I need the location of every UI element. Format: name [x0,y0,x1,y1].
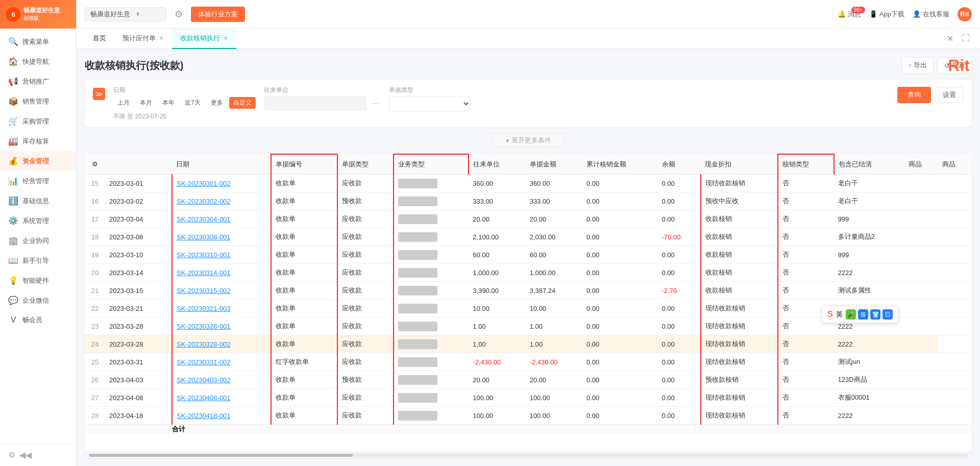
service-icon: 👤 [913,10,921,18]
cell-verified: 1.00 [526,335,582,353]
cell-doc-no[interactable]: SK-20230328-002 [172,335,271,353]
tab-prepay-orders[interactable]: 预计应付单 ✕ [114,29,172,49]
table-row[interactable]: 17 2023-03-04 SK-20230304-001 收款单 应收款 ██… [85,210,972,228]
online-service-button[interactable]: 👤 在线客服 [913,10,949,19]
sidebar-item-search[interactable]: 🔍 搜索菜单 [0,32,76,52]
sidebar-item-purchase[interactable]: 🛒 采购管理 [0,111,76,131]
query-button[interactable]: 查询 [897,87,931,103]
sidebar-settings-icon[interactable]: ⚙ [8,450,15,460]
table-row[interactable]: 15 2023-03-01 SK-20230301-002 收款单 应收款 ██… [85,175,972,192]
date-tab-7days[interactable]: 近7天 [181,96,205,109]
cell-doc-no[interactable]: SK-20230302-002 [172,192,271,210]
sidebar-item-quick-nav[interactable]: 🏠 快捷导航 [0,52,76,71]
tab-expand-icon[interactable]: ⛶ [960,32,972,45]
sidebar-item-inventory[interactable]: 🏭 库存核算 [0,131,76,151]
table-row[interactable]: 19 2023-03-10 SK-20230310-001 收款单 应收款 ██… [85,246,972,264]
inventory-icon: 🏭 [8,136,18,146]
cell-doc-no[interactable]: SK-20230403-002 [172,371,271,389]
col-cash-discount[interactable]: 现金折扣 [701,154,778,175]
table-row[interactable]: 22 2023-03-21 SK-20230321-003 收款单 应收款 ██… [85,300,972,317]
col-goods[interactable]: 商品 [904,154,938,175]
cell-doc-no[interactable]: SK-20230321-003 [172,300,271,317]
sidebar-item-system[interactable]: ⚙️ 系统管理 [0,211,76,231]
table-scroll[interactable]: ⚙ 日期 单据编号 单据类型 业务类型 往来单位 单据金额 累计核销金额 余额 … [85,154,972,452]
table-row[interactable]: 20 2023-03-14 SK-20230314-001 收款单 应收款 ██… [85,264,972,282]
sidebar-bottom: ⚙ ◀◀ [0,444,76,466]
setting-button[interactable]: 设置 [935,87,964,103]
date-tab-custom[interactable]: 自定义 [229,97,256,109]
workspace-selector[interactable]: 畅康道好生意 ▼ [85,7,166,21]
col-biz-type[interactable]: 业务类型 [394,154,469,175]
col-verified[interactable]: 累计核销金额 [582,154,658,175]
cell-doc-no[interactable]: SK-20230301-002 [172,175,271,192]
sidebar-item-operation[interactable]: 📊 经营管理 [0,171,76,191]
cell-doc-no[interactable]: SK-20230308-001 [172,228,271,246]
expand-more-button[interactable]: ▾ 展开更多条件 [493,133,564,148]
app-download-button[interactable]: 📱 App下载 [869,10,904,19]
solution-button[interactable]: 体验行业方案 [191,7,245,22]
col-date[interactable]: 日期 [172,154,271,175]
sidebar-item-member[interactable]: V 畅会员 [0,310,76,330]
table-row[interactable]: 21 2023-03-15 SK-20230315-002 收款单 应收款 ██… [85,282,972,300]
sidebar-item-sales[interactable]: 📦 销售管理 [0,91,76,111]
doc-type-select[interactable] [389,96,471,111]
col-settings[interactable]: ⚙ [85,154,105,175]
cell-doc-no[interactable]: SK-20230315-002 [172,282,271,300]
cell-doc-no[interactable]: SK-20230328-001 [172,317,271,335]
sidebar-item-hardware[interactable]: 💡 智能硬件 [0,271,76,290]
cell-goods: 测试多属性 [834,282,904,300]
sidebar-collapse-icon[interactable]: ◀◀ [19,450,32,460]
date-filter-row: 上月 本月 本年 近7天 更多 自定义 [113,96,256,109]
table-row[interactable]: 24 2023-03-28 SK-20230328-002 收款单 应收款 ██… [85,335,972,353]
table-row[interactable]: 23 2023-03-28 SK-20230328-001 收款单 应收款 ██… [85,317,972,335]
filter-expand-button[interactable]: ≫ [93,88,105,100]
date-tab-this-month[interactable]: 本月 [136,96,156,109]
date-tab-this-year[interactable]: 本年 [158,96,179,109]
partner-more-icon[interactable]: ··· [370,99,381,108]
avatar[interactable]: Rit [958,7,972,21]
scrollbar-track[interactable] [89,454,968,457]
sidebar-item-guide[interactable]: 📖 新手引导 [0,251,76,271]
tab-home[interactable]: 首页 [85,29,114,49]
table-row[interactable]: 25 2023-03-31 SK-20230331-002 红字收款单 应收款 … [85,353,972,371]
table-row[interactable]: 28 2023-04-18 SK-20230418-001 收款单 应收款 ██… [85,407,972,425]
cell-doc-no[interactable]: SK-20230418-001 [172,407,271,425]
col-amount[interactable]: 单据金额 [526,154,582,175]
sidebar-item-base[interactable]: ℹ️ 基础信息 [0,191,76,211]
tab-prepay-close-icon[interactable]: ✕ [159,35,164,42]
cell-doc-no[interactable]: SK-20230314-001 [172,264,271,282]
sidebar-item-enterprise[interactable]: 🏢 企业协同 [0,231,76,251]
col-verify-type[interactable]: 核销类型 [778,154,834,175]
partner-input[interactable] [264,96,366,110]
tab-receivable-close-icon[interactable]: ✕ [223,35,228,42]
sidebar-item-capital[interactable]: 💰 资金管理 [0,151,76,171]
cell-doc-no[interactable]: SK-20230310-001 [172,246,271,264]
tab-close-all-icon[interactable]: ✕ [945,32,955,45]
table-row[interactable]: 26 2023-04-03 SK-20230403-002 收款单 预收款 ██… [85,371,972,389]
sidebar-item-wechat[interactable]: 💬 企业微信 [0,290,76,310]
col-doc-no[interactable]: 单据编号 [271,154,337,175]
col-include-settled[interactable]: 包含已结清 [834,154,904,175]
date-tab-more[interactable]: 更多 [207,96,227,109]
table-row[interactable]: 27 2023-04-08 SK-20230408-001 收款单 应收款 ██… [85,389,972,407]
col-partner[interactable]: 往来单位 [469,154,525,175]
table-scrollbar[interactable] [85,452,972,458]
export-button[interactable]: ↑ 导出 [902,57,934,73]
sidebar-item-marketing[interactable]: 📢 营销推广 [0,71,76,91]
table-row[interactable]: 18 2023-03-08 SK-20230308-001 收款单 应收款 ██… [85,228,972,246]
cell-seq: 27 [85,389,105,407]
table-row[interactable]: 16 2023-03-02 SK-20230302-002 收款单 预收款 ██… [85,192,972,210]
cell-verify-type: 现结收款核销 [701,389,778,407]
col-balance[interactable]: 余额 [658,154,701,175]
app-logo: 6 畅康道好生意 标推版 [0,0,76,29]
col-goods2[interactable]: 商品 [938,154,972,175]
tab-receivable-exec[interactable]: 收款核销执行 ✕ [172,29,236,49]
filter-actions: 查询 设置 [897,86,964,103]
cell-doc-no[interactable]: SK-20230304-001 [172,210,271,228]
cell-doc-no[interactable]: SK-20230331-002 [172,353,271,371]
cell-doc-no[interactable]: SK-20230408-001 [172,389,271,407]
topbar-gear-icon[interactable]: ⚙ [173,7,185,22]
notification-button[interactable]: 🔔 消息 99+ [838,10,861,19]
date-tab-last-month[interactable]: 上月 [113,96,134,109]
col-doc-type[interactable]: 单据类型 [337,154,394,175]
